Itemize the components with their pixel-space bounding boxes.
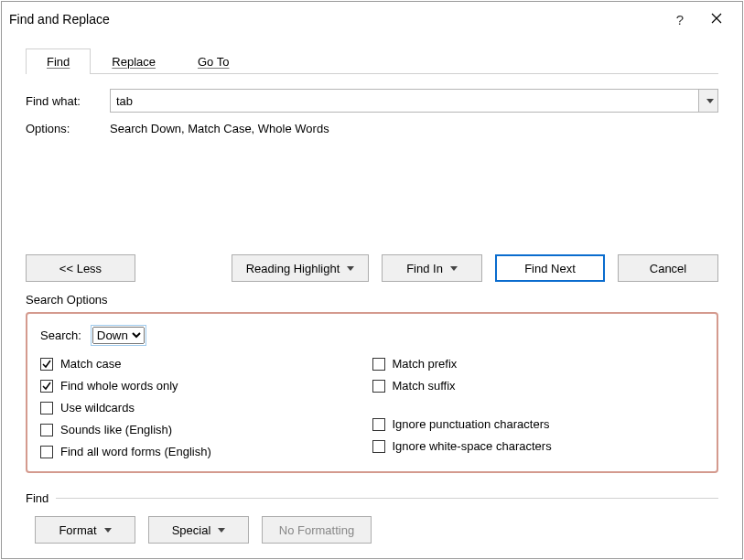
search-options-panel: Search: Down Match case Find whole words… bbox=[26, 312, 718, 473]
checkbox-icon bbox=[372, 440, 385, 453]
checkbox-icon bbox=[372, 418, 385, 431]
find-what-input[interactable] bbox=[110, 89, 698, 113]
special-button[interactable]: Special bbox=[148, 516, 249, 544]
find-next-button[interactable]: Find Next bbox=[495, 254, 605, 282]
checkbox-icon bbox=[40, 380, 53, 393]
chevron-down-icon bbox=[347, 266, 354, 271]
tab-goto[interactable]: Go To bbox=[177, 48, 250, 74]
options-row: Options: Search Down, Match Case, Whole … bbox=[26, 122, 718, 135]
find-what-row: Find what: bbox=[26, 89, 718, 113]
whole-words-checkbox[interactable]: Find whole words only bbox=[40, 379, 372, 393]
search-direction-select[interactable]: Down bbox=[92, 327, 145, 344]
search-direction-outline: Down bbox=[91, 325, 146, 346]
word-forms-checkbox[interactable]: Find all word forms (English) bbox=[40, 445, 372, 458]
tab-find[interactable]: Find bbox=[26, 48, 91, 74]
sounds-like-checkbox[interactable]: Sounds like (English) bbox=[40, 423, 372, 436]
options-text: Search Down, Match Case, Whole Words bbox=[110, 122, 329, 135]
match-case-checkbox[interactable]: Match case bbox=[40, 357, 372, 371]
options-label: Options: bbox=[26, 122, 110, 135]
tabstrip: Find Replace Go To bbox=[26, 48, 718, 74]
find-what-dropdown[interactable] bbox=[698, 89, 718, 113]
reading-highlight-button[interactable]: Reading Highlight bbox=[232, 254, 369, 282]
find-what-label: Find what: bbox=[26, 94, 110, 108]
less-button[interactable]: << Less bbox=[26, 254, 135, 282]
help-button[interactable]: ? bbox=[662, 7, 698, 31]
cancel-button[interactable]: Cancel bbox=[618, 254, 718, 282]
chevron-down-icon bbox=[104, 528, 112, 533]
tab-replace[interactable]: Replace bbox=[91, 48, 177, 74]
find-what-combo bbox=[110, 89, 718, 113]
find-fieldset: Find Format Special No Formatting bbox=[26, 491, 718, 544]
no-formatting-button[interactable]: No Formatting bbox=[262, 516, 372, 544]
dialog-title: Find and Replace bbox=[9, 12, 662, 27]
checkbox-icon bbox=[40, 358, 53, 371]
find-in-button[interactable]: Find In bbox=[382, 254, 482, 282]
dialog-body: Find Replace Go To Find what: Options: S… bbox=[2, 37, 742, 558]
find-replace-dialog: Find and Replace ? Find Replace Go To Fi… bbox=[1, 1, 743, 559]
chevron-down-icon bbox=[706, 99, 714, 103]
match-prefix-checkbox[interactable]: Match prefix bbox=[372, 357, 705, 371]
ignore-punctuation-checkbox[interactable]: Ignore punctuation characters bbox=[372, 417, 705, 431]
button-row: << Less Reading Highlight Find In Find N… bbox=[26, 254, 718, 282]
ignore-whitespace-checkbox[interactable]: Ignore white-space characters bbox=[372, 439, 705, 453]
checkbox-icon bbox=[40, 402, 53, 415]
divider bbox=[56, 498, 718, 499]
chevron-down-icon bbox=[450, 266, 458, 271]
titlebar: Find and Replace ? bbox=[2, 2, 742, 37]
find-section-label: Find bbox=[26, 491, 49, 505]
close-button[interactable] bbox=[698, 7, 735, 31]
chevron-down-icon bbox=[218, 528, 225, 533]
checkbox-icon bbox=[372, 380, 385, 393]
search-options-title: Search Options bbox=[26, 293, 718, 307]
search-direction-label: Search: bbox=[40, 328, 81, 342]
checkbox-icon bbox=[40, 424, 53, 436]
checkbox-icon bbox=[40, 446, 53, 458]
close-icon bbox=[711, 13, 722, 27]
wildcards-checkbox[interactable]: Use wildcards bbox=[40, 401, 372, 415]
format-button[interactable]: Format bbox=[35, 516, 135, 544]
help-icon: ? bbox=[676, 12, 684, 27]
match-suffix-checkbox[interactable]: Match suffix bbox=[372, 379, 705, 393]
checkbox-icon bbox=[372, 358, 385, 371]
